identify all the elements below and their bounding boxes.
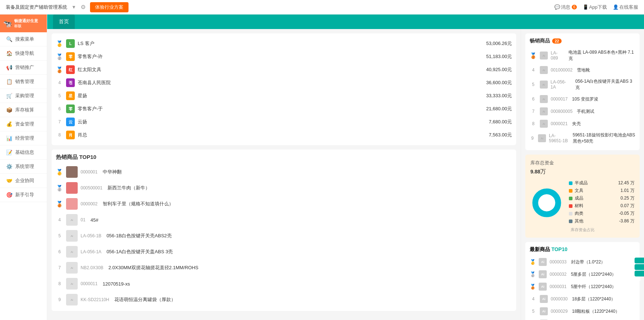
- bronze-medal-icon: 🥉: [56, 66, 63, 73]
- trial-button[interactable]: 体验行业方案: [90, 2, 129, 12]
- float-btn-0[interactable]: 客服热线: [635, 258, 644, 263]
- rank-amount: 53,006.26元: [486, 40, 512, 47]
- best-sell-list: 🥉 Ai LA-089 电池盖 LA-089 ABS本色+黑种 7.1克 4 A…: [530, 48, 635, 146]
- box-icon: 📦: [6, 107, 12, 113]
- best-sell-item: 7 Ai 000800005 手机测试: [530, 106, 635, 117]
- legend-color-dot: [569, 204, 572, 208]
- sidebar-item-base[interactable]: 📝 基础信息: [0, 145, 47, 160]
- float-btn-2[interactable]: 直播: [635, 271, 644, 276]
- silver-medal-icon: 🥈: [56, 185, 63, 192]
- product-image-placeholder: Ai: [540, 107, 548, 115]
- mobile-icon: 📱: [583, 4, 588, 10]
- product-code: 0000011: [81, 281, 98, 286]
- best-sell-title: 畅销商品 22: [530, 38, 635, 44]
- donut-chart: [530, 186, 563, 219]
- product-name: 雪地靴: [577, 67, 590, 73]
- best-sell-item: 6 Ai 0000017 10S 变扭罗浚: [530, 94, 635, 104]
- legend-color-dot: [569, 181, 572, 185]
- best-sell-item: 8 Ai 0000021 夹壳: [530, 118, 635, 129]
- legend-name: 成品: [575, 195, 618, 201]
- best-sell-panel: 畅销商品 22 🥉 Ai LA-089 电池盖 LA-089 ABS本色+黑种 …: [525, 33, 640, 150]
- legend-value: -3.86 万: [619, 218, 635, 224]
- service-area[interactable]: 👤 在线客服: [613, 4, 638, 11]
- customer-rank-item: 5 星 星扬 33,333.00元: [56, 90, 512, 102]
- product-image-placeholder: Ai: [540, 120, 548, 128]
- product-image-placeholder: Ai: [66, 294, 78, 305]
- sidebar-item-operations[interactable]: 📊 经营管理: [0, 131, 47, 145]
- message-area[interactable]: 💬 消息 6: [554, 4, 577, 11]
- customer-rank-item: 4 苍 苍南县人民医院 36,600.00元: [56, 77, 512, 89]
- new-product-item: 4 Ai 0000030 18多层（1220*2440）: [530, 294, 635, 304]
- product-name: 056-1A白色按键开关盖ABS 3克: [575, 78, 635, 91]
- dropdown-arrow-icon[interactable]: ▼: [72, 4, 76, 10]
- rank-number: 6: [530, 97, 537, 102]
- bronze-medal-icon: 🥉: [56, 201, 63, 208]
- product-code: 0000031: [550, 284, 567, 289]
- sidebar-item-purchase[interactable]: 🛒 采购管理: [0, 89, 47, 103]
- customer-rank-item: 7 云 云扬 7,680.00元: [56, 116, 512, 128]
- new-product-item: 5 Ai 0000029 18颗粒板（1220*2440）: [530, 306, 635, 317]
- legend-item: 成品 0.25 万: [569, 195, 635, 201]
- float-btn-1[interactable]: 服务社区: [635, 264, 644, 270]
- rank-amount: 21,680.00元: [486, 106, 512, 112]
- rank-avatar: 肖: [66, 131, 75, 139]
- rank-amount: 40,925.00元: [486, 66, 512, 73]
- hot-product-item: 🥉 0000002 智利车子里（规格不知道填什么）: [56, 197, 512, 211]
- rank-number: 8: [530, 121, 537, 126]
- search-icon: 🔍: [6, 36, 12, 42]
- rank-name: 云扬: [78, 119, 486, 125]
- product-name: 12070519-xs: [103, 281, 130, 287]
- customer-rank-item: 🥈 零 零售客户-许 51,183.00元: [56, 51, 512, 62]
- product-name: 18颗粒板（1220*2440）: [572, 308, 620, 315]
- sidebar-logo: 🐄 畅捷通好生意 标版: [0, 15, 47, 32]
- product-name: 45#: [90, 217, 98, 223]
- product-image-placeholder: Ai: [66, 246, 78, 258]
- new-product-item: 🥇 Ai 0000033 封边带（1.0*22）: [530, 257, 635, 267]
- best-sell-item: 4 Ai 001000002 雪地靴: [530, 65, 635, 75]
- product-code: 01: [81, 217, 85, 222]
- sidebar-item-newguide[interactable]: 🎯 新手引导: [0, 188, 47, 202]
- rank-name: 红太阳文具: [78, 66, 483, 73]
- hot-product-item: 9 Ai KK-SD22110H 花语萌恒温分离罐袋（厚款）: [56, 293, 512, 307]
- hot-product-item: 🥈 000500001 新西兰牛肉（新牛）: [56, 181, 512, 195]
- product-image-placeholder: Ai: [66, 230, 78, 242]
- sidebar-item-sales[interactable]: 📋 销售管理: [0, 75, 47, 89]
- rank-number: 4: [530, 67, 537, 73]
- product-name: 59651-1B旋转投影灯电池盒ABS黑色+58壳: [573, 132, 636, 144]
- product-code: KK-SD22110H: [81, 297, 109, 302]
- legend-value: 12.45 万: [618, 180, 635, 186]
- sidebar-item-marketing[interactable]: 📢 营销推广: [0, 61, 47, 75]
- money-icon: 💰: [6, 121, 12, 127]
- settings-icon[interactable]: ⚙: [81, 4, 86, 11]
- legend-value: -0.05 万: [619, 210, 635, 217]
- product-image-placeholder: Ai: [539, 270, 547, 278]
- rank-number: 6: [56, 106, 63, 111]
- product-image: [66, 166, 78, 178]
- inventory-chart-area: 半成品 12.45 万 文具 1.01 万 成品 0.25 万 材料 0.07 …: [530, 180, 635, 226]
- app-download-area[interactable]: 📱 App下载: [583, 4, 607, 11]
- rank-amount: 7,563.00元: [489, 132, 512, 138]
- sidebar-item-finance[interactable]: 💰 资金管理: [0, 117, 47, 131]
- legend-item: 材料 0.07 万: [569, 203, 635, 209]
- rank-name: 苍南县人民医院: [78, 79, 483, 86]
- product-name: 10S 变扭罗浚: [572, 96, 599, 102]
- sidebar-item-quicknav[interactable]: 🏠 快捷导航: [0, 46, 47, 61]
- legend-name: 半成品: [575, 180, 616, 186]
- right-mid: 畅销商品 22 🥉 Ai LA-089 电池盖 LA-089 ABS本色+黑种 …: [521, 29, 644, 320]
- sidebar-item-inventory[interactable]: 📦 库存核算: [0, 103, 47, 117]
- sidebar-item-search[interactable]: 🔍 搜索菜单: [0, 32, 47, 46]
- sidebar-item-system[interactable]: ⚙️ 系统管理: [0, 160, 47, 174]
- bronze-medal-icon: 🥉: [530, 52, 537, 59]
- product-image-placeholder: Ai: [540, 81, 548, 89]
- sidebar-item-cooperation[interactable]: 🤝 企业协同: [0, 174, 47, 188]
- customer-rank-item: 🥉 红 红太阳文具 40,925.00元: [56, 64, 512, 75]
- hot-product-item: 6 Ai LA-056-1A 056-1A白色按键开关盖ABS 3壳: [56, 245, 512, 259]
- svg-point-6: [538, 194, 555, 212]
- app-label: App下载: [589, 4, 607, 11]
- nav-home[interactable]: 首页: [53, 15, 75, 29]
- hot-products-list: 🥇 0000001 中华神翻 🥈 000500001 新西兰牛肉（新牛） 🥉 0…: [56, 165, 512, 307]
- legend-item: 文具 1.01 万: [569, 188, 635, 194]
- legend-name: 其他: [575, 218, 617, 224]
- home-icon: 🏠: [6, 50, 12, 57]
- product-code: 0000033: [550, 259, 567, 264]
